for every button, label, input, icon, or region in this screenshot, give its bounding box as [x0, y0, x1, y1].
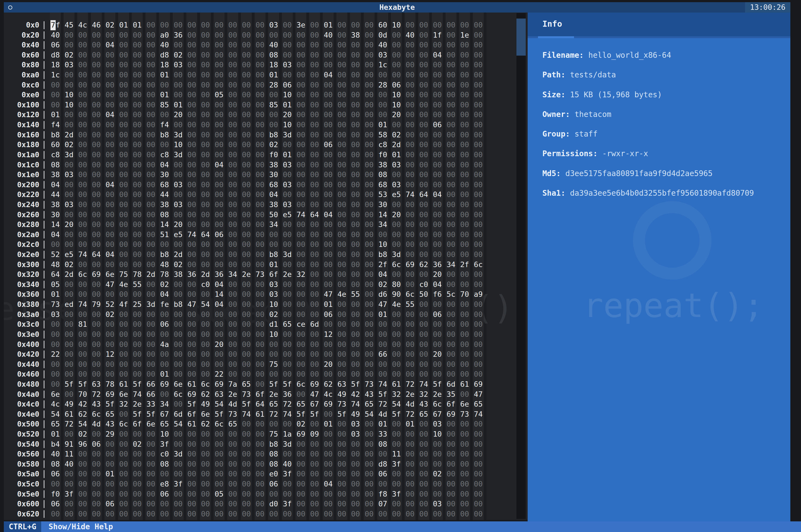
byte-cell[interactable]: 00 [241, 260, 252, 270]
byte-cell[interactable]: 00 [336, 110, 347, 120]
byte-cell[interactable]: 00 [336, 100, 347, 110]
byte-cell[interactable]: 00 [63, 310, 74, 320]
byte-cell[interactable]: 00 [323, 170, 334, 180]
byte-cell[interactable]: 00 [77, 369, 88, 379]
byte-cell[interactable]: 00 [295, 439, 306, 450]
byte-cell[interactable]: 00 [227, 260, 238, 270]
byte-cell[interactable]: 00 [118, 509, 129, 519]
byte-cell[interactable]: 00 [364, 240, 375, 250]
byte-cell[interactable]: 00 [173, 399, 184, 410]
byte-cell[interactable]: 04 [432, 280, 443, 290]
byte-cell[interactable]: 00 [445, 250, 456, 260]
byte-cell[interactable]: 00 [295, 100, 306, 110]
byte-cell[interactable]: 00 [63, 469, 74, 479]
byte-cell[interactable]: 00 [323, 130, 334, 140]
byte-cell[interactable]: 00 [405, 439, 416, 450]
byte-cell[interactable]: 10 [377, 240, 388, 250]
byte-cell[interactable]: 00 [364, 469, 375, 479]
byte-cell[interactable]: 49 [336, 390, 347, 400]
byte-cell[interactable]: 00 [377, 479, 388, 489]
byte-cell[interactable]: 74 [132, 390, 143, 400]
byte-cell[interactable]: 00 [145, 310, 156, 320]
byte-cell[interactable]: 00 [336, 319, 347, 329]
byte-cell[interactable]: 03 [173, 200, 184, 210]
byte-cell[interactable]: 4e [336, 289, 347, 300]
byte-cell[interactable]: 00 [132, 90, 143, 100]
byte-cell[interactable]: 2d [63, 269, 74, 280]
byte-cell[interactable]: f4 [50, 120, 61, 130]
byte-cell[interactable]: 00 [364, 280, 375, 290]
byte-cell[interactable]: 20 [63, 220, 74, 230]
byte-cell[interactable]: 00 [214, 20, 224, 30]
byte-cell[interactable]: 00 [405, 200, 416, 210]
byte-cell[interactable]: 00 [295, 300, 306, 310]
byte-cell[interactable]: 00 [186, 429, 197, 439]
byte-cell[interactable]: 69 [473, 379, 484, 390]
byte-cell[interactable]: 00 [336, 260, 347, 270]
byte-cell[interactable]: 00 [405, 50, 416, 60]
byte-cell[interactable]: 00 [377, 230, 388, 240]
byte-cell[interactable]: 00 [445, 319, 456, 329]
byte-cell[interactable]: 20 [391, 110, 402, 120]
byte-cell[interactable]: 00 [91, 120, 102, 130]
byte-cell[interactable]: 00 [227, 319, 238, 329]
byte-cell[interactable]: 00 [186, 120, 197, 130]
byte-cell[interactable]: 00 [214, 220, 224, 230]
byte-cell[interactable]: 43 [364, 390, 375, 400]
byte-cell[interactable]: 44 [159, 190, 170, 200]
byte-cell[interactable]: 00 [309, 60, 320, 70]
byte-cell[interactable]: 00 [118, 40, 129, 50]
byte-cell[interactable]: 00 [173, 280, 184, 290]
byte-cell[interactable]: 00 [214, 210, 224, 220]
byte-cell[interactable]: 63 [336, 379, 347, 390]
footer-help-toggle[interactable]: Show/Hide Help [49, 521, 113, 532]
byte-cell[interactable]: 00 [63, 180, 74, 190]
byte-cell[interactable]: 00 [459, 300, 470, 310]
byte-cell[interactable]: 00 [200, 60, 211, 70]
byte-cell[interactable]: 00 [91, 449, 102, 459]
byte-cell[interactable]: 00 [323, 349, 334, 360]
byte-cell[interactable]: 04 [159, 289, 170, 300]
byte-cell[interactable]: 00 [145, 30, 156, 40]
byte-cell[interactable]: 00 [405, 319, 416, 329]
byte-cell[interactable]: 00 [432, 90, 443, 100]
byte-cell[interactable]: 00 [350, 140, 361, 150]
byte-cell[interactable]: 00 [377, 369, 388, 379]
byte-cell[interactable]: 18 [50, 60, 61, 70]
byte-cell[interactable]: 00 [200, 459, 211, 469]
byte-cell[interactable]: 00 [309, 310, 320, 320]
hex-scrollbar[interactable] [516, 13, 526, 519]
byte-cell[interactable]: 00 [295, 390, 306, 400]
byte-cell[interactable]: 20 [391, 210, 402, 220]
byte-cell[interactable]: 00 [227, 160, 238, 170]
byte-cell[interactable]: 00 [268, 120, 279, 130]
byte-cell[interactable]: 00 [459, 20, 470, 30]
byte-cell[interactable]: 62 [200, 390, 211, 400]
byte-cell[interactable]: 00 [336, 220, 347, 230]
byte-cell[interactable]: 00 [309, 340, 320, 350]
byte-cell[interactable]: 00 [459, 140, 470, 150]
byte-cell[interactable]: 03 [391, 160, 402, 170]
byte-cell[interactable]: 00 [323, 100, 334, 110]
byte-cell[interactable]: 65 [282, 319, 293, 329]
byte-cell[interactable]: 00 [391, 120, 402, 130]
byte-cell[interactable]: 00 [323, 429, 334, 439]
byte-cell[interactable]: 00 [391, 30, 402, 40]
byte-cell[interactable]: 00 [445, 469, 456, 479]
byte-cell[interactable]: 00 [364, 499, 375, 509]
byte-cell[interactable]: 00 [282, 190, 293, 200]
byte-cell[interactable]: 00 [105, 240, 115, 250]
byte-cell[interactable]: 00 [282, 20, 293, 30]
byte-cell[interactable]: 00 [132, 220, 143, 230]
byte-cell[interactable]: 00 [282, 369, 293, 379]
byte-cell[interactable]: 00 [336, 459, 347, 469]
byte-cell[interactable]: 00 [282, 329, 293, 340]
byte-cell[interactable]: 00 [105, 60, 115, 70]
byte-cell[interactable]: 00 [350, 90, 361, 100]
byte-cell[interactable]: 00 [445, 50, 456, 60]
byte-cell[interactable]: 00 [63, 390, 74, 400]
byte-cell[interactable]: 00 [473, 340, 484, 350]
byte-cell[interactable]: 01 [268, 70, 279, 80]
byte-cell[interactable]: 00 [132, 200, 143, 210]
byte-cell[interactable]: 73 [50, 300, 61, 310]
